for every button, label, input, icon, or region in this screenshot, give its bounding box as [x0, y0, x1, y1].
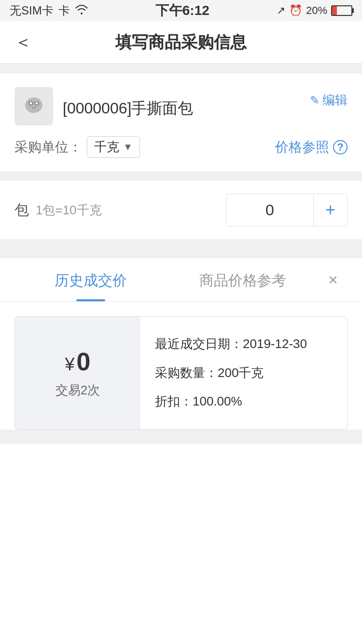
plus-icon: +: [325, 200, 335, 220]
status-time: 下午6:12: [155, 1, 209, 20]
unit-label: 采购单位：: [14, 138, 82, 156]
svg-point-4: [36, 102, 38, 104]
price-card-right: 最近成交日期：2019-12-30 采购数量：200千克 折扣：100.00%: [140, 317, 347, 429]
nav-header: ＜ 填写商品采购信息: [0, 21, 362, 64]
carrier-text: 无SIM卡: [10, 3, 54, 18]
bottom-space: [0, 444, 362, 644]
product-left: [0000006]手撕面包: [14, 87, 193, 126]
location-icon: ↗: [277, 4, 285, 17]
battery-pct: 20%: [306, 4, 327, 17]
price-card-left: ¥0 交易2次: [15, 317, 140, 429]
qty-detail-row: 采购数量：200千克: [155, 363, 333, 383]
qty-label: 包 1包=10千克: [14, 200, 102, 220]
price-amount: ¥0: [65, 347, 91, 376]
currency-symbol: ¥: [65, 354, 75, 374]
product-unit-row: 采购单位： 千克 ▼ 价格参照 ?: [14, 136, 348, 158]
price-ref-help-icon: ?: [333, 140, 348, 154]
price-card: ¥0 交易2次 最近成交日期：2019-12-30 采购数量：200千克 折扣：…: [14, 316, 348, 430]
recent-date-value: 2019-12-30: [243, 336, 307, 351]
back-icon: ＜: [14, 32, 32, 52]
product-full-name: [0000006]手撕面包: [63, 98, 193, 119]
panel-container: 历史成交价 商品价格参考 × ¥0 交易2次 最近成交日期：2019-12-30…: [0, 258, 362, 430]
status-right: ↗ ⏰ 20%: [277, 4, 352, 17]
edit-icon: ✎: [310, 94, 320, 107]
qty-input[interactable]: [226, 196, 313, 225]
status-left: 无SIM卡 卡: [10, 3, 88, 18]
product-header: [0000006]手撕面包 ✎ 编辑: [14, 87, 348, 126]
wifi-icon: [75, 4, 88, 17]
product-card: [0000006]手撕面包 ✎ 编辑 采购单位： 千克 ▼ 价格参照 ?: [0, 73, 362, 171]
svg-point-3: [30, 102, 32, 104]
qty-plus-button[interactable]: +: [313, 194, 347, 226]
edit-button[interactable]: ✎ 编辑: [310, 92, 348, 109]
section-divider: [0, 171, 362, 181]
qty-detail-label: 采购数量：: [155, 365, 218, 380]
recent-date-label: 最近成交日期：: [155, 336, 243, 351]
back-button[interactable]: ＜: [14, 30, 32, 54]
qty-detail-value: 200千克: [218, 365, 264, 380]
qty-icon: 包: [14, 200, 29, 220]
svg-point-0: [25, 98, 42, 113]
page-title: 填写商品采购信息: [115, 31, 247, 54]
discount-value: 100.00%: [193, 394, 242, 408]
tab-history-price[interactable]: 历史成交价: [14, 258, 167, 301]
battery-fill: [332, 6, 337, 15]
unit-select[interactable]: 千克 ▼: [87, 136, 140, 158]
sim-card-icon: 卡: [58, 3, 70, 18]
discount-label: 折扣：: [155, 394, 193, 408]
price-value: 0: [77, 348, 91, 376]
price-ref-label: 价格参照: [275, 138, 329, 156]
section-divider-2: [0, 239, 362, 249]
unit-dropdown-arrow: ▼: [123, 141, 133, 153]
qty-input-group: +: [226, 194, 348, 226]
status-bar: 无SIM卡 卡 下午6:12 ↗ ⏰ 20%: [0, 0, 362, 21]
tab-priceref-label: 商品价格参考: [199, 272, 286, 288]
panel-close-button[interactable]: ×: [319, 260, 348, 300]
discount-row: 折扣：100.00%: [155, 392, 333, 412]
product-thumbnail: [14, 87, 53, 126]
alarm-icon: ⏰: [289, 4, 302, 17]
trade-count: 交易2次: [56, 382, 100, 399]
unit-value: 千克: [94, 139, 119, 155]
qty-unit-hint: 1包=10千克: [36, 202, 102, 219]
product-owl-icon: [21, 92, 46, 121]
price-ref-button[interactable]: 价格参照 ?: [275, 138, 348, 156]
quantity-row: 包 1包=10千克 +: [0, 181, 362, 239]
tabs-row: 历史成交价 商品价格参考 ×: [0, 258, 362, 302]
battery-indicator: [331, 5, 352, 16]
tab-price-ref[interactable]: 商品价格参考: [167, 258, 319, 301]
tab-history-label: 历史成交价: [55, 272, 127, 288]
edit-label: 编辑: [322, 92, 348, 109]
recent-date-row: 最近成交日期：2019-12-30: [155, 334, 333, 354]
close-icon: ×: [328, 270, 338, 289]
